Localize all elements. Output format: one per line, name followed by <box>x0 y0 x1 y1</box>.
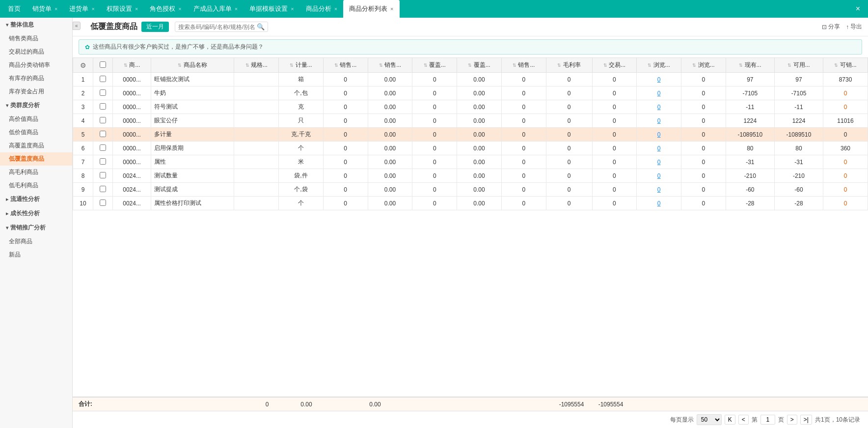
col-settings[interactable]: ⚙ <box>73 58 93 73</box>
export-button[interactable]: ↑ 导出 <box>846 23 862 31</box>
sidebar-item-low-coverage[interactable]: 低覆盖度商品 <box>0 152 72 166</box>
browse-link[interactable]: 0 <box>657 131 661 138</box>
row-checkbox[interactable] <box>93 73 113 86</box>
browse-link[interactable]: 0 <box>657 76 661 83</box>
sidebar-item-category-sales-rate[interactable]: 商品分类动销率 <box>0 58 72 72</box>
row-checkbox[interactable] <box>93 100 113 114</box>
row-browse1[interactable]: 0 <box>637 183 681 197</box>
col-name[interactable]: ⇅ 商品名称 <box>151 58 234 73</box>
row-browse1[interactable]: 0 <box>637 114 681 128</box>
sidebar-item-sales-products[interactable]: 销售类商品 <box>0 32 72 45</box>
prev-page-button[interactable]: < <box>738 415 749 425</box>
close-icon[interactable]: × <box>291 0 294 18</box>
next-page-button[interactable]: > <box>787 415 797 425</box>
row-browse1[interactable]: 0 <box>637 155 681 169</box>
sidebar-item-high-margin[interactable]: 高毛利商品 <box>0 166 72 179</box>
share-button[interactable]: ⊡ 分享 <box>822 23 840 31</box>
col-coverage2[interactable]: ⇅ 覆盖... <box>457 58 502 73</box>
sidebar-toggle-button[interactable]: « <box>73 22 81 30</box>
col-sales3[interactable]: ⇅ 销售... <box>501 58 546 73</box>
period-button[interactable]: 近一月 <box>141 22 169 32</box>
sidebar-item-low-value[interactable]: 低价值商品 <box>0 126 72 139</box>
sidebar-section-marketing[interactable]: ▾ 营销推广分析 <box>0 221 72 235</box>
col-available[interactable]: ⇅ 可用... <box>774 58 823 73</box>
col-sellable[interactable]: ⇅ 可销... <box>823 58 868 73</box>
table-wrapper[interactable]: ⚙ ⇅ 商... ⇅ 商品名称 ⇅ 规格... ⇅ 计量... ⇅ 销售... … <box>73 57 868 397</box>
sidebar-item-traded-products[interactable]: 交易过的商品 <box>0 45 72 58</box>
browse-link[interactable]: 0 <box>657 104 661 111</box>
col-browse2[interactable]: ⇅ 浏览... <box>681 58 726 73</box>
select-all-checkbox[interactable] <box>100 61 106 68</box>
nav-permission[interactable]: 权限设置 × <box>101 0 144 18</box>
nav-product-analysis[interactable]: 商品分析 × <box>300 0 343 18</box>
current-page-input[interactable] <box>760 415 775 425</box>
browse-link[interactable]: 0 <box>657 90 661 97</box>
col-gross-margin[interactable]: ⇅ 毛利率 <box>546 58 592 73</box>
nav-purchase-order[interactable]: 进货单 × <box>63 0 100 18</box>
close-icon[interactable]: × <box>135 0 138 18</box>
search-icon[interactable]: 🔍 <box>257 23 265 30</box>
row-browse1[interactable]: 0 <box>637 86 681 100</box>
col-sales-count[interactable]: ⇅ 销售... <box>323 58 368 73</box>
nav-template-settings[interactable]: 单据模板设置 × <box>244 0 299 18</box>
sidebar-item-all-products[interactable]: 全部商品 <box>0 235 72 248</box>
per-page-select[interactable]: 50 20 100 200 <box>697 414 722 425</box>
row-checkbox[interactable] <box>93 128 113 142</box>
row-browse1[interactable]: 0 <box>637 73 681 86</box>
row-checkbox[interactable] <box>93 114 113 128</box>
search-input[interactable] <box>178 24 257 30</box>
sidebar-item-stock-capital[interactable]: 库存资金占用 <box>0 85 72 98</box>
close-icon[interactable]: × <box>334 0 337 18</box>
row-checkbox[interactable] <box>93 142 113 155</box>
col-unit[interactable]: ⇅ 计量... <box>279 58 324 73</box>
nav-product-warehouse[interactable]: 产成品入库单 × <box>188 0 244 18</box>
close-icon[interactable]: × <box>235 0 238 18</box>
col-checkbox[interactable] <box>93 58 113 73</box>
col-spec[interactable]: ⇅ 规格... <box>234 58 279 73</box>
sidebar-item-new-products[interactable]: 新品 <box>0 248 72 261</box>
col-transaction[interactable]: ⇅ 交易... <box>592 58 637 73</box>
sidebar-item-low-margin[interactable]: 低毛利商品 <box>0 179 72 192</box>
browse-link[interactable]: 0 <box>657 117 661 124</box>
sidebar-section-growth[interactable]: ▸ 成长性分析 <box>0 206 72 221</box>
sidebar-item-high-coverage[interactable]: 高覆盖度商品 <box>0 139 72 152</box>
col-code[interactable]: ⇅ 商... <box>113 58 151 73</box>
browse-link[interactable]: 0 <box>657 186 661 193</box>
close-icon[interactable]: × <box>178 0 181 18</box>
col-browse1[interactable]: ⇅ 浏览... <box>637 58 681 73</box>
row-checkbox[interactable] <box>93 155 113 169</box>
sidebar-item-in-stock[interactable]: 有库存的商品 <box>0 72 72 85</box>
close-icon[interactable]: × <box>91 0 94 18</box>
close-active-icon[interactable]: × <box>390 0 393 18</box>
row-checkbox[interactable] <box>93 183 113 197</box>
first-page-button[interactable]: K <box>725 415 735 425</box>
sidebar-item-high-value[interactable]: 高价值商品 <box>0 113 72 126</box>
row-num: 1 <box>73 73 93 86</box>
row-browse1[interactable]: 0 <box>637 142 681 155</box>
row-checkbox[interactable] <box>93 197 113 210</box>
row-browse1[interactable]: 0 <box>637 128 681 142</box>
close-all-button[interactable]: × <box>850 4 866 13</box>
col-coverage1[interactable]: ⇅ 覆盖... <box>412 58 457 73</box>
col-current-stock[interactable]: ⇅ 现有... <box>726 58 774 73</box>
nav-home[interactable]: 首页 <box>2 0 27 18</box>
settings-icon[interactable]: ⚙ <box>80 61 86 69</box>
row-browse1[interactable]: 0 <box>637 100 681 114</box>
nav-role-auth[interactable]: 角色授权 × <box>144 0 187 18</box>
nav-product-analysis-list[interactable]: 商品分析列表 × <box>343 0 399 18</box>
sidebar-section-liquidity[interactable]: ▸ 流通性分析 <box>0 192 72 206</box>
row-browse1[interactable]: 0 <box>637 197 681 210</box>
close-icon[interactable]: × <box>54 0 57 18</box>
browse-link[interactable]: 0 <box>657 172 661 179</box>
browse-link[interactable]: 0 <box>657 200 661 207</box>
sidebar-section-cluster[interactable]: ▾ 类群度分析 <box>0 98 72 113</box>
browse-link[interactable]: 0 <box>657 145 661 152</box>
row-checkbox[interactable] <box>93 169 113 183</box>
nav-sales-order[interactable]: 销货单 × <box>27 0 63 18</box>
row-checkbox[interactable] <box>93 86 113 100</box>
row-browse1[interactable]: 0 <box>637 169 681 183</box>
col-sales-amount[interactable]: ⇅ 销售... <box>368 58 412 73</box>
last-page-button[interactable]: >| <box>800 415 812 425</box>
browse-link[interactable]: 0 <box>657 159 661 166</box>
sidebar-section-overall[interactable]: ▾ 整体信息 <box>0 18 72 32</box>
